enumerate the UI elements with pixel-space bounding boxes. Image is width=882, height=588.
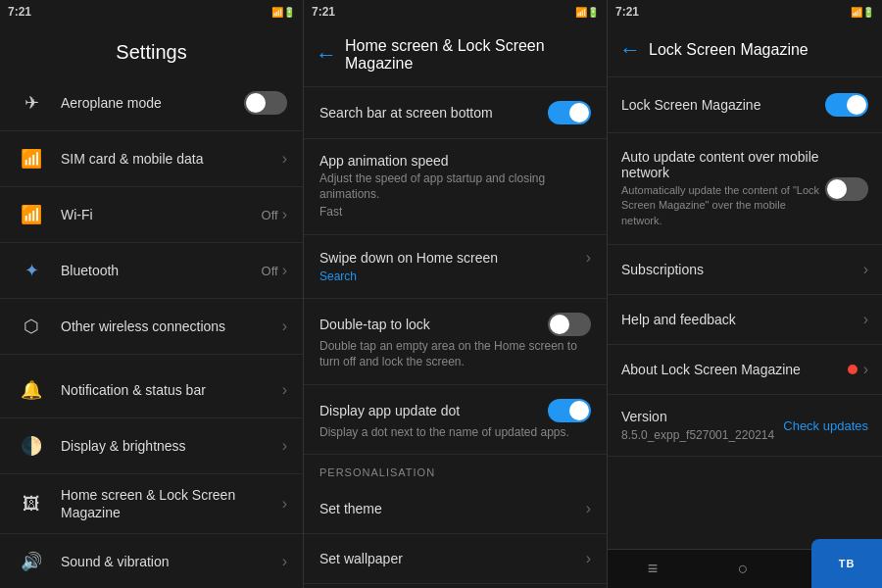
settings-title: Settings	[116, 41, 186, 63]
subscriptions-label-block: Subscriptions	[621, 262, 863, 277]
subscriptions-chevron: ›	[863, 261, 868, 278]
sidebar-item-notification[interactable]: 🔔 Notification & status bar ›	[0, 363, 303, 418]
homescreen-content: Search bar at screen bottom App animatio…	[304, 87, 607, 588]
sim-icon: 📶	[16, 143, 47, 174]
homescreen-back-button[interactable]: ←	[316, 42, 337, 68]
sidebar-item-aeroplane[interactable]: ✈ Aeroplane mode	[0, 75, 303, 131]
notification-label: Notification & status bar	[61, 381, 282, 399]
wifi-chevron: ›	[282, 206, 287, 223]
wifi-icon: 📶	[16, 199, 47, 230]
set-icon-item[interactable]: Set icon style ›	[304, 584, 607, 588]
swipe-down-item[interactable]: Swipe down on Home screen › Search	[304, 235, 607, 300]
aeroplane-toggle-knob	[246, 93, 266, 113]
help-control: ›	[863, 311, 868, 328]
auto-update-label: Auto update content over mobile network	[621, 149, 825, 180]
sidebar-item-sim[interactable]: 📶 SIM card & mobile data ›	[0, 131, 303, 187]
bluetooth-icon: ✦	[16, 255, 47, 286]
help-item[interactable]: Help and feedback ›	[608, 295, 882, 345]
set-wallpaper-chevron: ›	[586, 550, 591, 567]
notification-right: ›	[282, 381, 287, 399]
aeroplane-toggle-container[interactable]	[244, 91, 287, 115]
sound-right: ›	[282, 553, 287, 570]
wireless-icon: ⬡	[16, 311, 47, 342]
version-label: Version	[621, 409, 774, 424]
watermark-text: TB	[839, 558, 856, 569]
sound-label: Sound & vibration	[61, 553, 282, 570]
aeroplane-toggle[interactable]	[244, 91, 287, 115]
set-theme-item[interactable]: Set theme ›	[304, 484, 607, 534]
help-label: Help and feedback	[621, 312, 863, 327]
lock-screen-content: Lock Screen Magazine Auto update content…	[608, 77, 882, 549]
version-left: Version 8.5.0_expp_f527001_220214	[621, 409, 774, 442]
app-update-dot-subtitle: Display a dot next to the name of update…	[319, 425, 591, 441]
sim-chevron: ›	[282, 150, 287, 168]
double-tap-title: Double-tap to lock	[319, 317, 548, 332]
double-tap-subtitle: Double tap an empty area on the Home scr…	[319, 339, 591, 369]
help-label-block: Help and feedback	[621, 312, 863, 327]
lock-screen-mag-label-block: Lock Screen Magazine	[621, 97, 825, 113]
lock-screen-mag-toggle[interactable]	[825, 93, 868, 117]
auto-update-toggle[interactable]	[825, 177, 868, 201]
about-item[interactable]: About Lock Screen Magazine ›	[608, 345, 882, 395]
status-bar-settings: 7:21 📶🔋	[0, 0, 303, 24]
homescreen-right: ›	[282, 495, 287, 513]
app-update-dot-item[interactable]: Display app update dot Display a dot nex…	[304, 385, 607, 456]
double-tap-knob	[550, 315, 569, 334]
settings-header: Settings	[0, 24, 303, 75]
lock-screen-mag-item[interactable]: Lock Screen Magazine	[608, 77, 882, 133]
personalisation-label: PERSONALISATION	[304, 455, 607, 484]
version-row: Version 8.5.0_expp_f527001_220214 Check …	[621, 409, 868, 442]
subscriptions-control: ›	[863, 261, 868, 278]
homescreen-label: Home screen & Lock Screen Magazine	[61, 486, 282, 521]
sim-label: SIM card & mobile data	[61, 150, 282, 168]
wireless-label: Other wireless connections	[61, 318, 282, 335]
aeroplane-label: Aeroplane mode	[61, 94, 244, 112]
app-animation-item[interactable]: App animation speed Adjust the speed of …	[304, 139, 607, 235]
subscriptions-item[interactable]: Subscriptions ›	[608, 245, 882, 295]
auto-update-item[interactable]: Auto update content over mobile network …	[608, 133, 882, 245]
sidebar-item-wireless[interactable]: ⬡ Other wireless connections ›	[0, 299, 303, 355]
sidebar-item-wifi[interactable]: 📶 Wi-Fi Off ›	[0, 187, 303, 243]
subscriptions-label: Subscriptions	[621, 262, 863, 277]
display-right: ›	[282, 437, 287, 455]
sound-icon: 🔊	[16, 546, 47, 577]
double-tap-toggle[interactable]	[548, 313, 591, 336]
app-update-dot-toggle[interactable]	[548, 399, 591, 422]
sidebar-item-display[interactable]: 🌓 Display & brightness ›	[0, 418, 303, 474]
set-wallpaper-title: Set wallpaper	[319, 551, 403, 566]
double-tap-item[interactable]: Double-tap to lock Double tap an empty a…	[304, 299, 607, 384]
homescreen-header: ← Home screen & Lock Screen Magazine	[304, 24, 607, 87]
sidebar-item-homescreen[interactable]: 🖼 Home screen & Lock Screen Magazine ›	[0, 474, 303, 534]
status-time-middle: 7:21	[312, 5, 335, 19]
techbloat-watermark: TB	[811, 539, 882, 588]
status-bar-middle: 7:21 📶🔋	[304, 0, 607, 24]
bottom-nav-menu-icon[interactable]: ≡	[648, 559, 659, 579]
set-theme-chevron: ›	[586, 500, 591, 517]
status-time-settings: 7:21	[8, 5, 31, 19]
bottom-nav-home-icon[interactable]: ○	[738, 559, 749, 579]
auto-update-control[interactable]	[825, 177, 868, 201]
aeroplane-icon: ✈	[16, 87, 47, 119]
sidebar-item-bluetooth[interactable]: ✦ Bluetooth Off ›	[0, 243, 303, 299]
search-bar-toggle[interactable]	[548, 101, 591, 124]
about-chevron: ›	[863, 361, 868, 378]
set-wallpaper-item[interactable]: Set wallpaper ›	[304, 534, 607, 584]
settings-list: ✈ Aeroplane mode 📶 SIM card & mobile dat…	[0, 75, 303, 588]
lock-screen-back-button[interactable]: ←	[619, 37, 641, 63]
sidebar-item-sound[interactable]: 🔊 Sound & vibration ›	[0, 534, 303, 588]
homescreen-title: Home screen & Lock Screen Magazine	[345, 37, 595, 73]
version-value: 8.5.0_expp_f527001_220214	[621, 428, 774, 442]
search-bar-item[interactable]: Search bar at screen bottom	[304, 87, 607, 139]
search-bar-knob	[569, 103, 589, 122]
check-updates-button[interactable]: Check updates	[783, 418, 868, 433]
lock-screen-mag-control[interactable]	[825, 93, 868, 117]
bluetooth-chevron: ›	[282, 262, 287, 279]
swipe-down-chevron: ›	[586, 249, 591, 267]
lock-screen-magazine-panel: 7:21 📶🔋 ← Lock Screen Magazine Lock Scre…	[608, 0, 882, 588]
app-animation-value: Fast	[319, 205, 591, 220]
swipe-down-subtitle: Search	[319, 270, 591, 285]
auto-update-label-block: Auto update content over mobile network …	[621, 149, 825, 228]
app-animation-title: App animation speed	[319, 153, 591, 169]
status-icons-right: 📶🔋	[851, 7, 874, 18]
version-block: Version 8.5.0_expp_f527001_220214 Check …	[608, 395, 882, 457]
